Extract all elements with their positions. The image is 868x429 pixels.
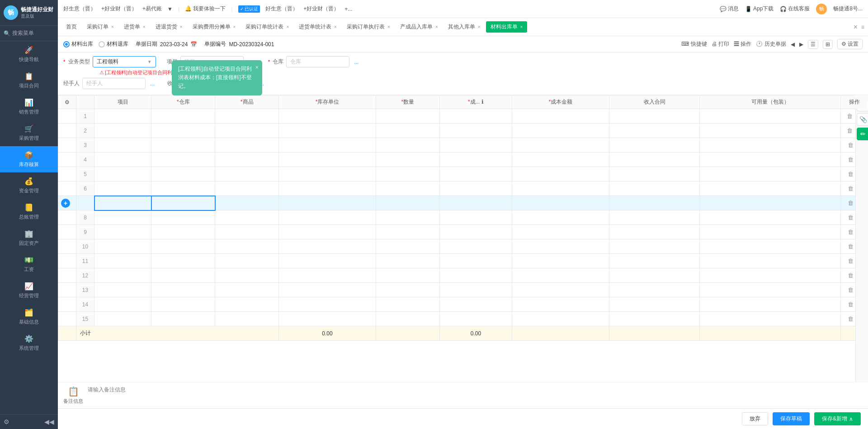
tab-close-po-stats[interactable]: × <box>286 24 289 29</box>
delete-row-3[interactable]: 🗑 <box>846 142 855 148</box>
topbar-link-2[interactable]: +好业财（晋） <box>101 5 137 13</box>
sidebar-item-purchase[interactable]: 🛒 采购管理 <box>0 120 58 146</box>
sidebar-item-payroll[interactable]: 💵 工资 <box>0 251 58 277</box>
settings-btn[interactable]: ⚙ 设置 <box>837 39 863 49</box>
warehouse-input[interactable]: 仓库 <box>286 56 349 67</box>
right-float-btn-2[interactable]: 📎 <box>857 113 868 126</box>
username-btn[interactable]: 畅捷通8号... <box>833 5 863 13</box>
notes-input[interactable] <box>88 386 863 404</box>
topbar-experience-link[interactable]: 🔔 我要体验一下 <box>185 5 226 13</box>
topbar-dropdown-btn[interactable]: ▼ <box>167 6 173 12</box>
tab-receive[interactable]: 进货单× <box>119 21 150 33</box>
row-cost-amount-2[interactable] <box>512 124 609 138</box>
sidebar-item-accounting[interactable]: 📒 总账管理 <box>0 199 58 225</box>
sidebar-item-basic[interactable]: 🗂️ 基础信息 <box>0 304 58 330</box>
radio-material-return[interactable]: 材料退库 <box>99 40 128 48</box>
message-btn[interactable]: 💬 消息 <box>720 5 739 13</box>
add-row-btn[interactable]: + <box>61 199 70 208</box>
save-new-button[interactable]: 保存&新增 ∧ <box>814 412 861 425</box>
discard-button[interactable]: 放弃 <box>742 412 768 425</box>
delete-row-6[interactable]: 🗑 <box>846 185 855 192</box>
row-cost-price-1[interactable] <box>439 109 512 124</box>
row-quantity-1[interactable] <box>376 109 439 124</box>
sidebar-item-sales[interactable]: 📊 销售管理 <box>0 94 58 120</box>
list-view-btn[interactable]: ☰ <box>808 40 818 49</box>
tab-po-exec[interactable]: 采购订单执行表× <box>342 21 395 33</box>
delete-row-9[interactable]: 🗑 <box>846 229 855 235</box>
tab-receive-stats[interactable]: 进货单统计表× <box>294 21 341 33</box>
prev-btn[interactable]: ◀ <box>791 41 795 48</box>
row-available-1[interactable] <box>700 109 841 124</box>
tab-close-receive[interactable]: × <box>143 24 146 29</box>
right-float-btn-3[interactable]: ✏ <box>857 128 868 140</box>
tab-purchase-order[interactable]: 采购订单× <box>82 21 118 33</box>
sidebar-item-assets[interactable]: 🏢 固定资产 <box>0 225 58 251</box>
row-project-2[interactable] <box>94 124 151 138</box>
row-unit-1[interactable] <box>279 109 376 124</box>
topbar-good-finance[interactable]: +好业财（晋） <box>303 5 339 13</box>
tab-close-purchase-order[interactable]: × <box>111 24 114 29</box>
tab-close-other-in[interactable]: × <box>478 24 481 29</box>
tab-finished-in[interactable]: 产成品入库单× <box>396 21 443 33</box>
topbar-link-1[interactable]: 好生意（晋） <box>63 5 96 13</box>
row-unit-2[interactable] <box>279 124 376 138</box>
sidebar-item-operations[interactable]: 📈 经营管理 <box>0 277 58 304</box>
tab-close-expense[interactable]: × <box>233 24 236 29</box>
delete-row-7[interactable]: 🗑 <box>846 200 855 206</box>
tab-expense[interactable]: 采购费用分摊单× <box>188 21 241 33</box>
next-btn[interactable]: ▶ <box>799 41 803 48</box>
user-avatar[interactable]: 畅 <box>816 4 827 14</box>
delete-row-15[interactable]: 🗑 <box>846 315 855 322</box>
topbar-more[interactable]: +... <box>344 6 352 12</box>
row-cost-price-2[interactable] <box>439 124 512 138</box>
row-warehouse-2[interactable] <box>151 124 215 138</box>
row-cost-amount-1[interactable] <box>512 109 609 124</box>
tab-close-all-btn[interactable]: × <box>854 23 858 31</box>
history-btn[interactable]: 🕐 历史单据 <box>756 40 786 48</box>
row-available-2[interactable] <box>700 124 841 138</box>
calendar-icon[interactable]: 📅 <box>190 41 197 48</box>
collapse-footer-btn[interactable]: ◀◀ <box>44 418 54 425</box>
col-settings[interactable]: ⚙ <box>58 95 76 109</box>
row-goods-1[interactable] <box>215 109 279 124</box>
row-income-2[interactable] <box>609 124 700 138</box>
delete-row-5[interactable]: 🗑 <box>846 171 855 177</box>
tab-close-receive-stats[interactable]: × <box>334 24 337 29</box>
delete-row-10[interactable]: 🗑 <box>846 243 855 250</box>
row-project-1[interactable] <box>94 109 151 124</box>
handler-ellipsis-btn[interactable]: ... <box>148 81 156 87</box>
tab-return[interactable]: 进退货货× <box>151 21 187 33</box>
handler-input[interactable]: 经手人 <box>82 78 146 89</box>
app-download-btn[interactable]: 📱 App下载 <box>745 5 774 13</box>
business-type-input[interactable]: 工程领料 ▼ <box>93 56 156 67</box>
sidebar-item-funds[interactable]: 💰 资金管理 <box>0 172 58 199</box>
print-btn[interactable]: 🖨 打印 <box>712 40 729 48</box>
sidebar-item-project[interactable]: 📋 项目合同 <box>0 67 58 94</box>
delete-row-1[interactable]: 🗑 <box>845 113 854 119</box>
delete-row-8[interactable]: 🗑 <box>846 214 855 221</box>
sidebar-item-quick-nav[interactable]: 🚀 快捷导航 <box>0 41 58 67</box>
tab-home[interactable]: 首页 <box>61 21 81 33</box>
warehouse-ellipsis-btn[interactable]: ... <box>352 59 360 65</box>
tab-material-out[interactable]: 材料出库单× <box>486 21 528 33</box>
delete-row-12[interactable]: 🗑 <box>846 272 855 279</box>
tab-po-stats[interactable]: 采购订单统计表× <box>241 21 293 33</box>
delete-row-14[interactable]: 🗑 <box>846 301 855 308</box>
tab-other-in[interactable]: 其他入库单× <box>443 21 485 33</box>
save-draft-button[interactable]: 保存草稿 <box>773 412 810 425</box>
topbar-certified[interactable]: ✓ 已认证 <box>238 5 260 13</box>
operation-btn[interactable]: ☰ 操作 <box>734 40 751 48</box>
tab-close-return[interactable]: × <box>180 24 183 29</box>
row-warehouse-1[interactable] <box>151 109 215 124</box>
sidebar-search[interactable]: 🔍 搜索菜单 <box>0 26 58 41</box>
tooltip-close-btn[interactable]: × <box>255 63 259 72</box>
sidebar-item-inventory[interactable]: 📦 库存核算 <box>0 146 58 172</box>
row-quantity-2[interactable] <box>376 124 439 138</box>
online-service-btn[interactable]: 🎧 在线客服 <box>780 5 810 13</box>
delete-row-2[interactable]: 🗑 <box>845 127 854 134</box>
shortcut-btn[interactable]: ⌨ 快捷键 <box>681 40 707 48</box>
delete-row-4[interactable]: 🗑 <box>846 156 855 163</box>
tab-close-finished-in[interactable]: × <box>435 24 438 29</box>
tab-close-material-out[interactable]: × <box>520 24 523 29</box>
row-income-1[interactable] <box>609 109 700 124</box>
